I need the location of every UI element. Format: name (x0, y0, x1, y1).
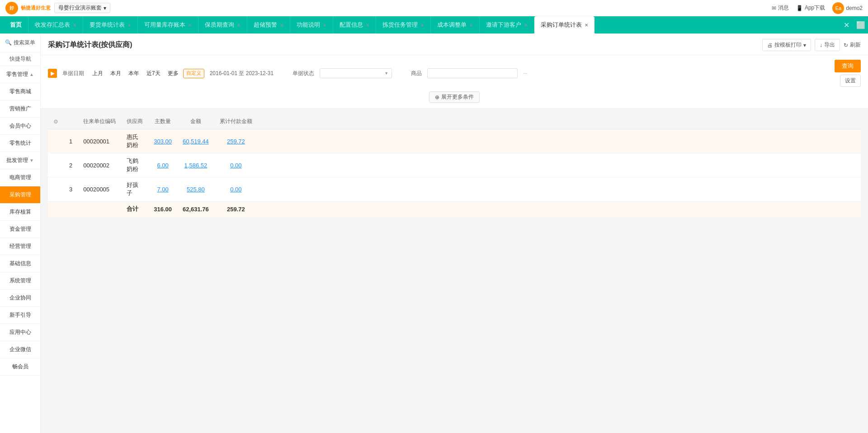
chevron-down-icon: ▾ (803, 42, 806, 48)
tab-home[interactable]: 首页 (4, 16, 28, 33)
footer-paid: 259.72 (214, 201, 258, 217)
close-icon[interactable]: ✕ (366, 23, 369, 28)
tab-label: 收发存汇总表 (35, 21, 70, 29)
sidebar-item-label: 批发管理 (6, 157, 28, 164)
row-paid[interactable]: 259.72 (214, 129, 258, 153)
sidebar-item-enterprise-wechat[interactable]: 企业微信 (0, 341, 40, 358)
collapse-filter-btn[interactable]: ▶ (48, 69, 57, 78)
tab-order-summary[interactable]: 要货单统计表 ✕ (83, 16, 138, 33)
row-amount[interactable]: 1,586.52 (177, 153, 214, 177)
tab-func-desc[interactable]: 功能说明 ✕ (290, 16, 333, 33)
row-amount[interactable]: 60,519.44 (177, 129, 214, 153)
search-menu-btn[interactable]: 🔍 搜索菜单 (3, 37, 38, 48)
tab-invite-customer[interactable]: 邀请下游客户 ✕ (480, 16, 534, 33)
status-select[interactable] (320, 68, 392, 78)
close-icon[interactable]: ✕ (524, 23, 528, 28)
close-tab-btn[interactable]: ✕ (839, 16, 854, 33)
close-icon[interactable]: ✕ (469, 23, 473, 28)
expand-row: ⊕ 展开更多条件 (48, 90, 861, 104)
page-actions: 🖨 按模板打印 ▾ ↓ 导出 ↻ 刷新 (762, 39, 861, 51)
quick-nav-btn[interactable]: 快捷导航 (0, 52, 40, 66)
th-settings[interactable]: ⚙ (48, 114, 64, 129)
close-icon[interactable]: ✕ (127, 23, 131, 28)
close-icon[interactable]: ✕ (420, 23, 424, 28)
sidebar-item-retail-stats[interactable]: 零售统计 (0, 135, 40, 152)
settings-btn[interactable]: 设置 (840, 75, 861, 87)
this-year-btn[interactable]: 本年 (126, 69, 142, 78)
sidebar-item-marketing[interactable]: 营销推广 (0, 100, 40, 118)
sidebar-item-finance-mgmt[interactable]: 资金管理 (0, 221, 40, 238)
tab-overstock-warning[interactable]: 超储预警 ✕ (247, 16, 290, 33)
th-unit-code: 往来单位编码 (78, 114, 121, 129)
user-menu[interactable]: Ea demo2 (832, 2, 863, 14)
tab-label: 保质期查询 (205, 21, 234, 29)
goods-input[interactable] (427, 68, 518, 78)
expand-conditions-btn[interactable]: ⊕ 展开更多条件 (429, 91, 480, 103)
sidebar-item-member-center[interactable]: 会员中心 (0, 118, 40, 135)
last-7-days-btn[interactable]: 近7天 (144, 69, 163, 78)
sidebar-item-member[interactable]: 畅会员 (0, 358, 40, 376)
sidebar-item-app-center[interactable]: 应用中心 (0, 324, 40, 341)
last-month-btn[interactable]: 上月 (90, 69, 106, 78)
logo: 好 畅捷通好生意 (5, 2, 51, 14)
row-quantity[interactable]: 7.00 (148, 177, 177, 201)
row-amount[interactable]: 525.80 (177, 177, 214, 201)
sidebar-item-label: 基础信息 (9, 260, 31, 267)
row-empty (258, 129, 861, 153)
close-icon[interactable]: ✕ (323, 23, 326, 28)
export-btn[interactable]: ↓ 导出 (815, 39, 840, 51)
tab-receive-summary[interactable]: 收发存汇总表 ✕ (28, 16, 83, 33)
message-btn[interactable]: ✉ 消息 (772, 4, 789, 12)
query-btn[interactable]: 查询 (835, 60, 861, 72)
row-empty (258, 177, 861, 201)
more-dates-btn[interactable]: 更多 (165, 69, 181, 78)
tab-cost-adjust[interactable]: 成本调整单 ✕ (431, 16, 480, 33)
workspace-selector[interactable]: 母婴行业演示账套 ▾ (54, 3, 110, 13)
nav-controls: ✕ ⬜ (839, 16, 868, 33)
sidebar-item-ops-mgmt[interactable]: 经营管理 (0, 238, 40, 255)
table-footer-row: 合计 316.00 62,631.76 259.72 (48, 201, 861, 217)
row-quantity[interactable]: 303.00 (148, 129, 177, 153)
sidebar-item-retail-mgmt[interactable]: 零售管理 ▲ (0, 66, 40, 83)
refresh-btn[interactable]: ↻ 刷新 (844, 41, 861, 49)
tab-pick-task[interactable]: 拣货任务管理 ✕ (376, 16, 431, 33)
data-table: ⚙ 往来单位编码 供应商 主数量 金额 累计付款金额 1 00020001 (48, 114, 861, 217)
close-icon[interactable]: ✕ (188, 23, 192, 28)
row-paid[interactable]: 0.00 (214, 153, 258, 177)
custom-date-btn[interactable]: 自定义 (183, 69, 204, 78)
sidebar-item-stock-check[interactable]: 库存核算 (0, 204, 40, 221)
filter-bar: ▶ 单据日期 上月 本月 本年 近7天 更多 自定义 2016-01-01 至 … (41, 55, 868, 109)
goods-filter-label: 商品 (411, 70, 422, 77)
close-icon[interactable]: ✕ (237, 23, 241, 28)
tab-purchase-summary[interactable]: 采购订单统计表 ✕ (534, 16, 594, 33)
date-range-display: 2016-01-01 至 2023-12-31 (210, 70, 274, 77)
sidebar-item-basic-info[interactable]: 基础信息 (0, 255, 40, 272)
sidebar-item-wholesale-mgmt[interactable]: 批发管理 ▼ (0, 152, 40, 169)
row-quantity[interactable]: 6.00 (148, 153, 177, 177)
close-icon[interactable]: ✕ (280, 23, 283, 28)
print-btn[interactable]: 🖨 按模板打印 ▾ (762, 39, 811, 51)
sidebar-item-ecommerce-mgmt[interactable]: 电商管理 (0, 169, 40, 186)
tab-config-info[interactable]: 配置信息 ✕ (333, 16, 376, 33)
chevron-icon: ▼ (29, 158, 34, 163)
close-icon[interactable]: ✕ (73, 23, 76, 28)
sidebar-item-new-guide[interactable]: 新手引导 (0, 307, 40, 324)
tab-expiry-query[interactable]: 保质期查询 ✕ (198, 16, 247, 33)
sidebar-item-purchase-mgmt[interactable]: 采购管理 (0, 186, 40, 204)
more-conditions-icon[interactable]: ··· (523, 71, 527, 76)
th-index (64, 114, 78, 129)
tab-available-stock[interactable]: 可用量库存账本 ✕ (138, 16, 198, 33)
sidebar-item-sys-mgmt[interactable]: 系统管理 (0, 272, 40, 290)
th-empty (258, 114, 861, 129)
sidebar-item-retail-shop[interactable]: 零售商城 (0, 83, 40, 100)
this-month-btn[interactable]: 本月 (108, 69, 124, 78)
row-settings (48, 153, 64, 177)
restore-tab-btn[interactable]: ⬜ (854, 16, 868, 33)
table-row: 2 00020002 飞鹤奶粉 6.00 1,586.52 0.00 (48, 153, 861, 177)
sidebar-item-enterprise-coop[interactable]: 企业协同 (0, 290, 40, 307)
sidebar-item-label: 零售管理 (6, 71, 28, 78)
app-download-btn[interactable]: 📱 App下载 (796, 4, 825, 12)
close-icon[interactable]: ✕ (585, 23, 588, 28)
row-paid[interactable]: 0.00 (214, 177, 258, 201)
row-index: 2 (64, 153, 78, 177)
